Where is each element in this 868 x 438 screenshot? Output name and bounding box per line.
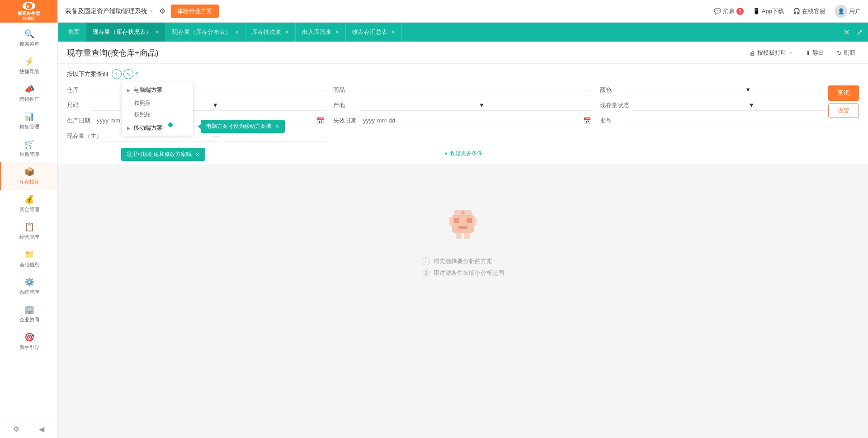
finance-icon: 💰: [24, 194, 34, 204]
sidebar-item-sales[interactable]: 📊 销售管理: [0, 107, 57, 135]
tab-close-icon-4[interactable]: ✕: [335, 29, 339, 35]
sidebar-nav: 🔍 搜索菜单 ⚡ 快捷导航 📣 营销推广 📊 销售管理 🛒 采购管理 📦 库存核…: [0, 23, 57, 420]
field-stock-qty: 现存量（主） —: [67, 131, 326, 141]
page-content: 现存量查询(按仓库+商品) 🖨 按模板打印 ▼ ⬇ 导出 ↻ 刷新: [58, 42, 868, 438]
sidebar-item-marketing[interactable]: 📣 营销推广: [0, 80, 57, 107]
collapse-sidebar-icon[interactable]: ◀: [39, 425, 44, 433]
sidebar-bottom: ⚙ ◀: [0, 420, 57, 438]
desktop-scheme-sub2[interactable]: 按照品: [122, 109, 193, 120]
user-action[interactable]: 👤 用户: [835, 5, 861, 18]
sidebar-item-purchase[interactable]: 🛒 采购管理: [0, 135, 57, 162]
app-download-action[interactable]: 📱 App下载: [753, 7, 784, 15]
export-btn[interactable]: ⬇ 导出: [802, 47, 828, 59]
warehouse-dots[interactable]: ···: [321, 86, 326, 93]
page-title-row: 现存量查询(按仓库+商品) 🖨 按模板打印 ▼ ⬇ 导出 ↻ 刷新: [67, 47, 859, 63]
tab-expand-icon[interactable]: ⤢: [855, 26, 864, 38]
tab-inout-flow[interactable]: 出入库流水 ✕: [296, 23, 346, 42]
goods-input[interactable]: [359, 85, 587, 95]
tab-inventory-dist[interactable]: 现存量（库存分布表） ✕: [166, 23, 245, 42]
sidebar-item-operation[interactable]: 📋 经营管理: [0, 217, 57, 245]
online-support-action[interactable]: 🎧 在线客服: [793, 7, 826, 15]
field-expiry-date: 失效日期 📅: [333, 115, 592, 126]
scheme-tree-mobile[interactable]: ▶ 移动端方案: [122, 120, 193, 136]
experience-btn[interactable]: 体验行业方案: [171, 5, 219, 18]
tab-close-icon-2[interactable]: ✕: [235, 29, 239, 35]
desktop-scheme-sub[interactable]: 按照品: [122, 98, 193, 109]
sidebar: 6 畅通好生意 标准版 🔍 搜索菜单 ⚡ 快捷导航 📣 营销推广 📊 销售管理 …: [0, 0, 58, 438]
goods-dots[interactable]: ···: [588, 86, 593, 93]
tab-batch-ledger[interactable]: 库存批次账 ✕: [245, 23, 296, 42]
tooltip-2-close[interactable]: ✕: [195, 151, 200, 158]
collapse-up-icon: ∧: [444, 151, 448, 157]
main-content: 装备及固定资产辅助管理系统 ▼ ⚙ 体验行业方案 💬 消息 9 📱 App下载 …: [58, 0, 868, 438]
empty-step-1: 1 请先选择要分析的方案: [422, 255, 504, 267]
goods-input-wrapper[interactable]: ···: [359, 85, 592, 95]
sidebar-item-newbie[interactable]: 🎯 新手引导: [0, 328, 57, 355]
print-btn[interactable]: 🖨 按模板打印 ▼: [746, 47, 797, 59]
phone-icon: 📱: [753, 8, 760, 14]
filter-label-row: 按以下方案查询 + ✎ «: [67, 69, 859, 79]
tab-close-icon-5[interactable]: ✕: [391, 29, 395, 35]
settings-bottom-icon[interactable]: ⚙: [13, 425, 19, 433]
tooltip-1-close[interactable]: ✕: [275, 123, 279, 130]
filter-section: 按以下方案查询 + ✎ « 电脑方案可设为移动方案哦 ✕: [58, 64, 868, 165]
refresh-label: 刷新: [844, 49, 855, 57]
step-1-text: 请先选择要分析的方案: [434, 255, 492, 267]
origin-select[interactable]: ▼: [359, 100, 592, 111]
collapse-label: ∧ 收起更多条件: [444, 150, 482, 157]
field-warehouse: 仓库 ···: [67, 85, 326, 95]
tab-inout-flow-label: 出入库流水: [302, 28, 331, 36]
sidebar-item-company[interactable]: 🏢 企业协同: [0, 300, 57, 328]
quick-icon: ⚡: [24, 57, 34, 66]
reset-btn[interactable]: 设置: [828, 104, 859, 118]
expiry-date-wrapper[interactable]: 📅: [360, 115, 592, 126]
tab-close-icon-3[interactable]: ✕: [285, 29, 289, 35]
user-label: 用户: [849, 7, 861, 15]
edit-scheme-btn[interactable]: ✎: [123, 69, 133, 79]
basic-icon: 📁: [24, 250, 34, 259]
svg-text:6: 6: [27, 4, 29, 8]
expiry-date-input[interactable]: [360, 115, 583, 126]
sidebar-item-inventory[interactable]: 📦 库存核算: [0, 162, 57, 190]
sidebar-item-basic[interactable]: 📁 基础信息: [0, 245, 57, 273]
warehouse-label: 仓库: [67, 86, 90, 94]
add-scheme-btn[interactable]: +: [112, 69, 122, 79]
color-select[interactable]: ▼: [626, 85, 859, 95]
tooltip-bubble-1: 电脑方案可设为移动方案哦 ✕: [201, 120, 285, 133]
tab-home-label: 首页: [68, 28, 80, 36]
search-btn[interactable]: 查询: [828, 85, 859, 101]
system-title-dropdown[interactable]: 装备及固定资产辅助管理系统 ▼: [65, 7, 154, 15]
tab-receive-summary-label: 收发存汇总表: [352, 28, 387, 36]
tooltip-2-text: 这里可以创建和修改方案哦: [127, 151, 192, 158]
support-icon: 🎧: [793, 8, 800, 14]
print-dropdown-icon: ▼: [788, 51, 793, 56]
stock-status-select[interactable]: ▼: [633, 100, 859, 111]
svg-rect-3: [454, 218, 459, 223]
refresh-btn[interactable]: ↻ 刷新: [833, 47, 859, 59]
action-buttons: 查询 设置: [828, 85, 859, 118]
tab-close-all-icon[interactable]: ✕: [842, 26, 851, 38]
sidebar-item-quick[interactable]: ⚡ 快捷导航: [0, 52, 57, 80]
field-stock-status: 现存量状态 ▼: [600, 100, 859, 111]
sidebar-item-finance[interactable]: 💰 资金管理: [0, 190, 57, 217]
scheme-tree-desktop[interactable]: ▶ 电脑端方案: [122, 82, 193, 98]
empty-state: 1 请先选择要分析的方案 2 用过滤条件来缩小分析范围: [58, 165, 868, 315]
search-icon: 🔍: [24, 29, 34, 39]
tab-home[interactable]: 首页: [61, 23, 86, 42]
scheme-arrow-btn[interactable]: «: [135, 69, 139, 79]
tab-receive-summary[interactable]: 收发存汇总表 ✕: [346, 23, 402, 42]
message-action[interactable]: 💬 消息 9: [714, 7, 744, 15]
tab-close-icon[interactable]: ✕: [155, 29, 159, 35]
sidebar-item-search[interactable]: 🔍 搜索菜单: [0, 24, 57, 52]
message-icon: 💬: [714, 8, 721, 14]
tab-inventory-status[interactable]: 现存量（库存状况表） ✕: [86, 23, 166, 42]
system-icon: ⚙️: [24, 277, 34, 287]
sidebar-item-system[interactable]: ⚙️ 系统管理: [0, 273, 57, 300]
message-label: 消息: [723, 7, 735, 15]
settings-icon[interactable]: ⚙: [159, 7, 165, 15]
batch-no-input[interactable]: [626, 115, 859, 126]
page-title: 现存量查询(按仓库+商品): [67, 47, 159, 58]
calendar-icon-1: 📅: [316, 117, 326, 124]
tooltip-1-text: 电脑方案可设为移动方案哦: [206, 122, 271, 130]
tab-bar: 首页 现存量（库存状况表） ✕ 现存量（库存分布表） ✕ 库存批次账 ✕ 出入库…: [58, 23, 868, 42]
